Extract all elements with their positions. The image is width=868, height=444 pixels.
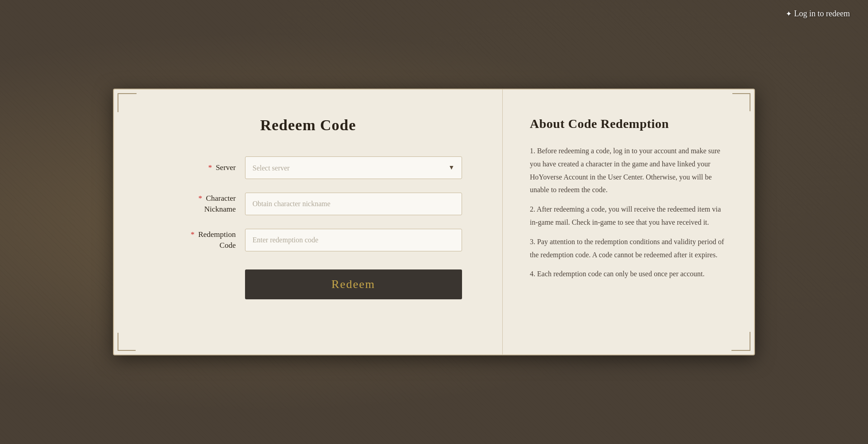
left-panel: Redeem Code * Server Select server Asia … xyxy=(114,90,503,354)
redemption-code-label: * Redemption Code xyxy=(155,229,236,251)
server-label: * Server xyxy=(155,162,236,173)
redeem-button[interactable]: Redeem xyxy=(245,269,462,299)
character-nickname-input[interactable] xyxy=(245,193,462,215)
server-row: * Server Select server Asia Europe Ameri… xyxy=(155,156,462,179)
right-panel: About Code Redemption 1. Before redeemin… xyxy=(503,90,754,354)
corner-decoration-bl xyxy=(118,333,136,351)
character-nickname-label: * Character Nickname xyxy=(155,193,236,215)
login-link-label: Log in to redeem xyxy=(794,9,850,19)
server-select[interactable]: Select server Asia Europe America TW/HK/… xyxy=(245,156,462,179)
page-title: Redeem Code xyxy=(260,117,356,134)
redeem-form: * Server Select server Asia Europe Ameri… xyxy=(155,156,462,299)
login-link[interactable]: ✦ Log in to redeem xyxy=(786,9,850,19)
info-item-4: 4. Each redemption code can only be used… xyxy=(530,268,727,281)
star-icon: ✦ xyxy=(786,9,792,18)
redeem-modal: Redeem Code * Server Select server Asia … xyxy=(113,89,755,355)
redemption-code-row: * Redemption Code xyxy=(155,229,462,251)
code-required-star: * xyxy=(191,230,195,239)
character-nickname-row: * Character Nickname xyxy=(155,193,462,215)
server-required-star: * xyxy=(208,163,212,172)
corner-decoration-tr xyxy=(732,93,750,111)
server-select-wrapper: Select server Asia Europe America TW/HK/… xyxy=(245,156,462,179)
info-item-1: 1. Before redeeming a code, log in to yo… xyxy=(530,145,727,197)
nickname-required-star: * xyxy=(198,194,203,203)
right-panel-content: 1. Before redeeming a code, log in to yo… xyxy=(530,145,727,281)
right-panel-title: About Code Redemption xyxy=(530,117,727,131)
info-item-2: 2. After redeeming a code, you will rece… xyxy=(530,203,727,229)
info-item-3: 3. Pay attention to the redemption condi… xyxy=(530,236,727,262)
redemption-code-input[interactable] xyxy=(245,229,462,251)
